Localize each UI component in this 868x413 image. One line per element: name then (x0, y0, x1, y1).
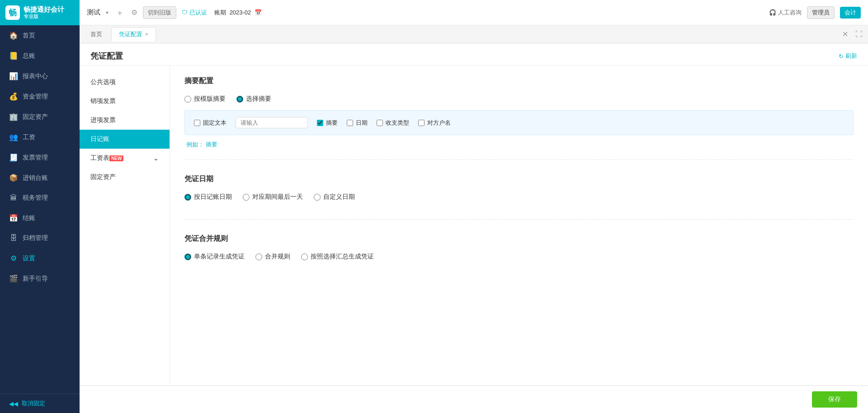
date-period-last-radio-input[interactable] (243, 194, 250, 201)
left-nav-item-payroll_table[interactable]: 工资表NEW⌄ (80, 149, 170, 168)
left-nav-item-purchase_invoice[interactable]: 进项发票 (80, 111, 170, 130)
sidebar-footer-pin[interactable]: ◀◀ 取消固定 (0, 394, 80, 413)
left-nav-item-sales_invoice[interactable]: 销项发票 (80, 92, 170, 111)
sidebar-item-label: 结账 (23, 214, 35, 222)
purchase_sale-icon: 📦 (9, 174, 18, 182)
sidebar-item-payroll[interactable]: 👥 工资 (0, 127, 80, 147)
left-nav-label: 销项发票 (90, 97, 116, 105)
tab-home[interactable]: 首页 (83, 28, 109, 41)
home-icon: 🏠 (9, 31, 18, 40)
left-nav-item-fixed_assets[interactable]: 固定资产 (80, 168, 170, 187)
sidebar-item-funds[interactable]: 💰 资金管理 (0, 86, 80, 107)
merge-single-radio-input[interactable] (184, 253, 191, 260)
summary-select-radio-input[interactable] (236, 96, 243, 103)
counterparty-checkbox[interactable]: 对方户名 (418, 119, 451, 127)
date-period-last-radio[interactable]: 对应期间最后一天 (243, 193, 303, 201)
sidebar-item-label: 税务管理 (23, 194, 48, 202)
summary-radio-group: 按模版摘要 选择摘要 (184, 95, 854, 103)
summary-checkbox[interactable]: 摘要 (317, 119, 338, 127)
fixed-text-checkbox-input[interactable] (194, 120, 200, 126)
date-custom-radio-input[interactable] (314, 194, 321, 201)
content-layout: 公共选项销项发票进项发票日记账工资表NEW⌄固定资产 摘要配置 按模版摘要 选择… (80, 66, 868, 385)
sidebar-item-invoice[interactable]: 🧾 发票管理 (0, 147, 80, 168)
date-by-journal-radio-input[interactable] (184, 194, 191, 201)
payment-type-checkbox-input[interactable] (377, 120, 383, 126)
sidebar-item-purchase_sale[interactable]: 📦 进销台账 (0, 168, 80, 188)
merge-summary-radio-input[interactable] (301, 253, 308, 260)
date-checkbox-input[interactable] (347, 120, 353, 126)
date-section: 凭证日期 按日记账日期 对应期间最后一天 自定义日期 (184, 174, 854, 220)
sidebar-item-label: 首页 (23, 32, 35, 40)
verified-badge: 🛡 已认证 (182, 9, 207, 17)
date-by-journal-radio[interactable]: 按日记账日期 (184, 193, 232, 201)
sidebar-item-archive[interactable]: 🗄 归档管理 (0, 228, 80, 248)
admin-button[interactable]: 管理员 (807, 6, 835, 19)
chevron-down-icon: ⌄ (153, 155, 159, 162)
summary-template-radio[interactable]: 按模版摘要 (184, 95, 226, 103)
tab-controls: ✕ ⛶ (840, 28, 864, 40)
shield-icon: 🛡 (182, 9, 188, 16)
sidebar-item-guide[interactable]: 🎬 新手引导 (0, 268, 80, 289)
switch-old-version-button[interactable]: 切到旧版 (143, 6, 176, 19)
sidebar-item-label: 总账 (23, 52, 35, 60)
merge-rules-radio[interactable]: 合并规则 (255, 253, 290, 261)
funds-icon: 💰 (9, 92, 18, 101)
sidebar-item-reports[interactable]: 📊 报表中心 (0, 66, 80, 86)
topbar: 测试 ▾ ＋ ⚙ 切到旧版 🛡 已认证 账期 2023-02 📅 🎧 人工咨询 … (80, 0, 868, 25)
sidebar-item-home[interactable]: 🏠 首页 (0, 25, 80, 46)
maximize-icon[interactable]: ⛶ (854, 28, 864, 40)
invoice-icon: 🧾 (9, 153, 18, 162)
summary-checkbox-input[interactable] (317, 120, 323, 126)
left-nav-item-public[interactable]: 公共选项 (80, 73, 170, 92)
company-dropdown-icon[interactable]: ▾ (106, 9, 108, 16)
calendar-icon[interactable]: 📅 (255, 9, 262, 16)
sidebar-item-close[interactable]: 📅 结账 (0, 208, 80, 228)
date-custom-radio[interactable]: 自定义日期 (314, 193, 355, 201)
page-header: 凭证配置 ↻ 刷新 (80, 43, 868, 66)
config-panel: 摘要配置 按模版摘要 选择摘要 (170, 66, 868, 385)
sidebar-item-ledger[interactable]: 📒 总账 (0, 46, 80, 66)
counterparty-checkbox-input[interactable] (418, 120, 425, 126)
sidebar-item-label: 固定资产 (23, 113, 48, 121)
save-button[interactable]: 保存 (812, 391, 857, 408)
period-label: 账期 2023-02 📅 (214, 9, 262, 17)
tab-close-icon[interactable]: × (145, 31, 148, 38)
refresh-button[interactable]: ↻ 刷新 (839, 52, 857, 60)
sidebar-nav: 🏠 首页 📒 总账 📊 报表中心 💰 资金管理 🏢 固定资产 👥 工资 🧾 发票… (0, 25, 80, 394)
company-name: 测试 (87, 8, 100, 17)
date-checkbox[interactable]: 日期 (347, 119, 368, 127)
left-nav-item-journal[interactable]: 日记账 (80, 130, 170, 149)
sidebar-item-assets[interactable]: 🏢 固定资产 (0, 107, 80, 127)
content-area: 凭证配置 ↻ 刷新 公共选项销项发票进项发票日记账工资表NEW⌄固定资产 摘要配… (80, 43, 868, 413)
fixed-text-input[interactable] (236, 117, 308, 128)
consult-button[interactable]: 🎧 人工咨询 (769, 9, 802, 17)
merge-single-radio[interactable]: 单条记录生成凭证 (184, 253, 245, 261)
logo-text: 畅捷通好会计 专业版 (24, 5, 64, 19)
ledger-icon: 📒 (9, 52, 18, 60)
summary-select-radio[interactable]: 选择摘要 (236, 95, 271, 103)
sidebar-item-label: 设置 (23, 254, 35, 263)
add-company-button[interactable]: ＋ (114, 7, 126, 18)
summary-section: 摘要配置 按模版摘要 选择摘要 (184, 76, 854, 160)
payroll-icon: 👥 (9, 133, 18, 141)
tax-icon: 🏛 (9, 194, 18, 202)
date-section-title: 凭证日期 (184, 174, 854, 184)
payment-type-checkbox[interactable]: 收支类型 (377, 119, 409, 127)
merge-radio-group: 单条记录生成凭证 合并规则 按照选择汇总生成凭证 (184, 253, 854, 261)
settings-icon[interactable]: ⚙ (131, 8, 137, 17)
pin-icon: ◀◀ (9, 400, 18, 407)
logo-icon: 畅 (5, 5, 20, 20)
close-window-icon[interactable]: ✕ (840, 28, 850, 40)
summary-template-radio-input[interactable] (184, 96, 191, 103)
sidebar-item-label: 资金管理 (23, 93, 48, 101)
merge-summary-radio[interactable]: 按照选择汇总生成凭证 (301, 253, 374, 261)
left-nav-label: 进项发票 (90, 116, 116, 124)
fixed-text-checkbox[interactable]: 固定文本 (194, 119, 226, 127)
sidebar-item-label: 发票管理 (23, 154, 48, 162)
settings-icon: ⚙ (9, 254, 18, 263)
sidebar-item-tax[interactable]: 🏛 税务管理 (0, 188, 80, 208)
tab-voucher-config[interactable]: 凭证配置 × (111, 27, 156, 42)
sidebar-item-settings[interactable]: ⚙ 设置 (0, 248, 80, 268)
refresh-icon: ↻ (839, 53, 844, 60)
merge-rules-radio-input[interactable] (255, 253, 262, 260)
